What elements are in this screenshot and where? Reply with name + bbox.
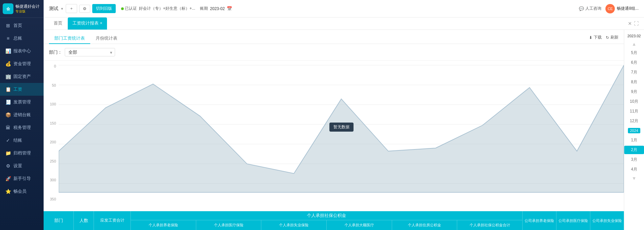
sidebar-item-reports[interactable]: 📊 报表中心 [0, 45, 44, 57]
right-panel-month-6[interactable]: 6月 [624, 58, 644, 67]
sidebar-nav: ⊞ 首页 ≡ 总账 📊 报表中心 💰 资金管理 🏢 固定资产 📋 工资 🧾 发票… [0, 18, 44, 230]
right-panel-month-12[interactable]: 12月 [624, 117, 644, 125]
switch-old-button[interactable]: 切到旧版 [92, 4, 116, 13]
tabs-bar: 首页 工资统计报表 × ✕ ⛶ [44, 17, 644, 30]
expand-icon[interactable]: ⛶ [634, 21, 639, 26]
sidebar-item-home[interactable]: ⊞ 首页 [0, 19, 44, 32]
close-panel-icon[interactable]: ✕ [628, 21, 632, 26]
table-col-group-personal: 个人承担社保公积金 个人承担养老保险 个人承担医疗保险 个人承担失业保险 [131, 211, 523, 230]
sidebar-item-archive[interactable]: 📁 归档管理 [0, 147, 44, 159]
dropdown-arrow-icon[interactable]: ▾ [61, 6, 63, 11]
certified-badge: 已认证 [121, 6, 137, 11]
period-label: 账期 [200, 6, 208, 11]
add-button[interactable]: ＋ [66, 4, 77, 13]
tab-actions: ✕ ⛶ [628, 21, 639, 26]
content-area: 部门工资统计表 月份统计表 ⬇ 下载 ↻ 刷新 [44, 30, 644, 230]
sub-tab-monthly[interactable]: 月份统计表 [90, 33, 123, 44]
sidebar-item-label: 总账 [13, 35, 22, 41]
group-cells-personal: 个人承担养老保险 个人承担医疗保险 个人承担失业保险 个人承担大额医疗 个人承担 [131, 220, 523, 230]
sidebar-item-funds[interactable]: 💰 资金管理 [0, 57, 44, 70]
sidebar-item-sales[interactable]: 📦 进销台账 [0, 108, 44, 121]
certified-label: 已认证 [125, 6, 137, 11]
ledger-icon: ≡ [5, 36, 11, 41]
sidebar-logo: 会 畅捷通好会计 专业版 [0, 0, 44, 18]
product-status: 好会计（专）+好生意（标）+... [139, 6, 195, 11]
download-icon: ⬇ [589, 35, 592, 40]
sales-icon: 📦 [5, 112, 11, 118]
right-panel-month-8[interactable]: 8月 [624, 78, 644, 86]
sidebar-item-guide[interactable]: 🚀 新手引导 [0, 172, 44, 185]
right-panel-month-11[interactable]: 11月 [624, 107, 644, 116]
sidebar-item-member[interactable]: ⭐ 畅会员 [0, 185, 44, 198]
guide-icon: 🚀 [5, 176, 11, 181]
right-panel: 2023.02 ▲ 5月 6月 7月 8月 9月 10月 11月 12月 202… [624, 30, 644, 230]
chart-svg: 暂无数据 [59, 61, 624, 201]
sidebar-item-label: 结账 [13, 137, 22, 143]
funds-icon: 💰 [5, 61, 11, 66]
y-label-0: 0 [44, 64, 59, 68]
sidebar-item-ledger[interactable]: ≡ 总账 [0, 32, 44, 45]
tax-icon: 🏛 [5, 125, 11, 130]
right-panel-month-7[interactable]: 7月 [624, 68, 644, 77]
avatar-text: CE [608, 7, 613, 11]
tab-payroll-label: 工资统计报表 [72, 20, 99, 26]
app-logo-text: 畅捷通好会计 专业版 [15, 4, 40, 14]
right-panel-up-arrow[interactable]: ▲ [631, 41, 637, 47]
sidebar-item-invoice[interactable]: 🧾 发票管理 [0, 96, 44, 108]
user-name: 畅捷通8组... [617, 6, 639, 11]
sidebar-item-tax[interactable]: 🏛 税务管理 [0, 121, 44, 134]
sidebar-item-label: 首页 [13, 22, 22, 29]
y-label-200: 200 [44, 140, 59, 144]
sidebar-item-settings[interactable]: ⚙ 设置 [0, 159, 44, 172]
dept-filter-select[interactable]: 全部 财务部 销售部 行政部 技术部 [65, 48, 115, 56]
sidebar-item-assets[interactable]: 🏢 固定资产 [0, 70, 44, 83]
sidebar-item-label: 发票管理 [13, 99, 31, 105]
right-panel-month-9[interactable]: 9月 [624, 88, 644, 96]
payroll-icon: 📋 [5, 87, 11, 92]
consult-button[interactable]: 💬 人工咨询 [579, 6, 601, 11]
y-label-300: 300 [44, 178, 59, 182]
download-button[interactable]: ⬇ 下载 [589, 35, 602, 40]
sidebar-item-label: 畅会员 [13, 188, 26, 194]
right-panel-month-10[interactable]: 10月 [624, 97, 644, 106]
user-area: CE 畅捷通8组... [605, 4, 639, 13]
main-area: 测试 ▾ ＋ ⚙ 切到旧版 已认证 好会计（专）+好生意（标）+... 账期 2… [44, 0, 644, 230]
right-panel-month-4[interactable]: 4月 [624, 165, 644, 174]
y-label-250: 250 [44, 159, 59, 163]
archive-icon: 📁 [5, 150, 11, 156]
y-label-100: 100 [44, 102, 59, 106]
settings-button[interactable]: ⚙ [79, 5, 90, 13]
topbar-status: 已认证 好会计（专）+好生意（标）+... 账期 2023-02 📅 [121, 6, 232, 11]
right-panel-month-3[interactable]: 3月 [624, 155, 644, 164]
period-value: 2023-02 [210, 6, 225, 11]
col-personal-housing: 个人承担住房公积金 [392, 220, 458, 230]
col-personal-large-medical: 个人承担大额医疗 [327, 220, 392, 230]
sub-tab-dept[interactable]: 部门工资统计表 [49, 33, 90, 44]
settings-icon: ⚙ [5, 163, 11, 169]
tab-home-label: 首页 [54, 20, 62, 26]
tab-payroll-report[interactable]: 工资统计报表 × [68, 17, 107, 30]
calendar-icon[interactable]: 📅 [227, 6, 232, 11]
sidebar-item-closing[interactable]: ✓ 结账 [0, 134, 44, 147]
right-panel-year-2024[interactable]: 2024 [628, 128, 640, 133]
right-panel-month-1[interactable]: 1月 [624, 136, 644, 144]
topbar-title: 测试 [49, 6, 58, 12]
sidebar-item-label: 设置 [13, 163, 22, 169]
refresh-icon: ↻ [606, 35, 609, 40]
sidebar-item-payroll[interactable]: 📋 工资 [0, 83, 44, 96]
tab-close-icon[interactable]: × [100, 21, 102, 26]
chart-container: 350 300 250 200 150 100 50 0 [44, 61, 624, 211]
topbar-actions: ＋ ⚙ 切到旧版 [66, 4, 116, 13]
right-panel-month-2[interactable]: 2月 [624, 146, 644, 154]
refresh-button[interactable]: ↻ 刷新 [606, 35, 619, 40]
col-personal-unemployment: 个人承担失业保险 [261, 220, 327, 230]
sidebar-item-label: 新手引导 [13, 176, 31, 182]
sidebar-item-label: 税务管理 [13, 125, 31, 131]
consult-icon: 💬 [579, 6, 584, 11]
right-panel-down-arrow[interactable]: ▼ [631, 175, 637, 182]
sub-tabs-left: 部门工资统计表 月份统计表 [49, 33, 123, 44]
sidebar-item-label: 工资 [13, 86, 22, 92]
right-panel-month-5[interactable]: 5月 [624, 49, 644, 57]
tab-home[interactable]: 首页 [49, 17, 67, 30]
sidebar-item-label: 固定资产 [13, 74, 31, 80]
